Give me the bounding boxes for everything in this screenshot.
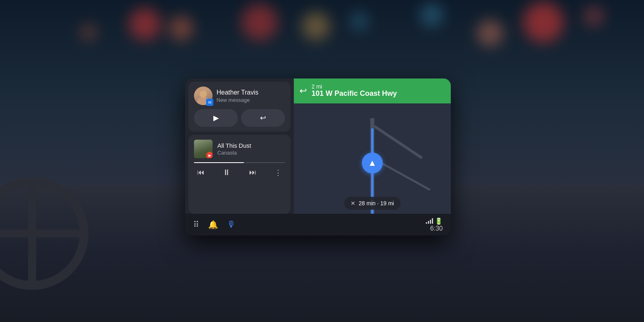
screen-content: ✉ Heather Travis New message ▶ ↩ xyxy=(185,78,451,214)
android-auto-screen: ✉ Heather Travis New message ▶ ↩ xyxy=(185,78,451,235)
album-art: ▶ xyxy=(194,140,213,158)
music-artist: Canasta xyxy=(217,150,285,156)
signal-bar-4 xyxy=(432,218,433,224)
music-title: All This Dust xyxy=(217,142,285,149)
turn-icon: ↩ xyxy=(299,86,307,96)
reply-icon: ↩ xyxy=(260,114,266,122)
bokeh-light xyxy=(169,16,193,40)
bokeh-light xyxy=(350,12,368,30)
nav-street: 101 W Pacific Coast Hwy xyxy=(312,89,397,98)
music-header: ▶ All This Dust Canasta xyxy=(194,140,285,158)
apps-button[interactable]: ⠿ xyxy=(193,220,199,229)
bokeh-light xyxy=(477,20,503,46)
navigation-arrow: ▲ xyxy=(368,158,377,168)
pause-button[interactable]: ⏸ xyxy=(219,166,234,179)
microphone-button[interactable]: 🎙 xyxy=(227,219,236,230)
map-panel: ↩ 2 mi 101 W Pacific Coast Hwy ▲ ✕ 28 mi… xyxy=(294,78,451,214)
signal-bar-1 xyxy=(426,222,427,224)
nav-banner: ↩ 2 mi 101 W Pacific Coast Hwy xyxy=(294,78,451,103)
bottom-bar: ⠿ 🔔 🎙 🔋 6:30 xyxy=(185,214,451,235)
progress-fill xyxy=(194,162,244,163)
bokeh-light xyxy=(421,4,443,26)
bokeh-light xyxy=(129,8,161,40)
clock: 6:30 xyxy=(430,225,443,232)
bokeh-light xyxy=(302,12,330,40)
play-message-button[interactable]: ▶ xyxy=(194,109,238,127)
signal-bar-3 xyxy=(430,220,431,224)
notification-card: ✉ Heather Travis New message ▶ ↩ xyxy=(188,82,291,132)
location-indicator: ▲ xyxy=(362,128,383,173)
notification-actions: ▶ ↩ xyxy=(194,109,285,127)
music-service-icon: ▶ xyxy=(208,154,211,157)
eta-text: 28 min · 19 mi xyxy=(359,200,394,206)
notification-name: Heather Travis xyxy=(217,89,285,96)
reply-button[interactable]: ↩ xyxy=(241,109,285,127)
location-stem xyxy=(371,128,374,153)
music-service-badge: ▶ xyxy=(206,152,213,158)
notification-text: Heather Travis New message xyxy=(217,89,285,103)
avatar-container: ✉ xyxy=(194,87,213,105)
bokeh-light xyxy=(584,6,604,26)
notification-subtitle: New message xyxy=(217,97,285,103)
eta-badge: ✕ 28 min · 19 mi xyxy=(344,197,400,210)
music-card: ▶ All This Dust Canasta ⏮ ⏸ ⏭ ⋮ xyxy=(188,135,291,214)
more-options-button[interactable]: ⋮ xyxy=(271,167,285,179)
bokeh-light xyxy=(80,24,97,40)
location-circle: ▲ xyxy=(362,153,383,173)
messages-badge-icon: ✉ xyxy=(208,100,211,105)
nav-info: 2 mi 101 W Pacific Coast Hwy xyxy=(312,84,397,98)
notifications-button[interactable]: 🔔 xyxy=(208,220,218,229)
progress-bar[interactable] xyxy=(194,162,285,163)
signal-bars xyxy=(426,218,433,224)
play-icon: ▶ xyxy=(213,114,219,122)
status-area: 🔋 6:30 xyxy=(426,217,443,232)
notification-header: ✉ Heather Travis New message xyxy=(194,87,285,105)
close-navigation-button[interactable]: ✕ xyxy=(351,200,355,206)
left-panel: ✉ Heather Travis New message ▶ ↩ xyxy=(185,78,294,214)
music-info: All This Dust Canasta xyxy=(217,142,285,156)
bokeh-light xyxy=(523,2,564,42)
battery-icon: 🔋 xyxy=(435,217,443,225)
steering-wheel xyxy=(0,177,89,290)
nav-distance: 2 mi xyxy=(312,84,397,89)
messages-badge: ✉ xyxy=(206,99,213,106)
signal-bar-2 xyxy=(428,221,429,224)
bottom-left-controls: ⠿ 🔔 🎙 xyxy=(193,219,236,230)
steering-wheel-area xyxy=(0,101,141,302)
bokeh-light xyxy=(242,4,278,40)
signal-row: 🔋 xyxy=(426,217,443,225)
skip-next-button[interactable]: ⏭ xyxy=(246,167,260,178)
skip-prev-button[interactable]: ⏮ xyxy=(194,167,208,178)
music-controls: ⏮ ⏸ ⏭ ⋮ xyxy=(194,166,285,179)
